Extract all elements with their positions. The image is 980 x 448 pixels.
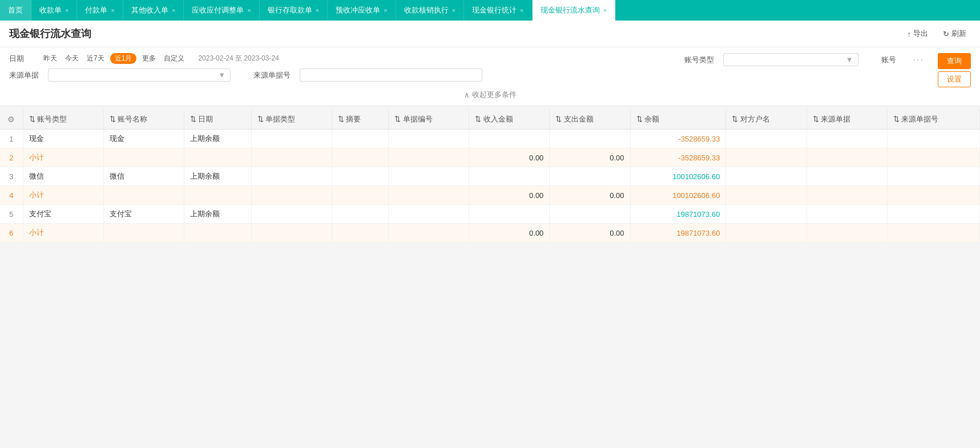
collapse-filter-button[interactable]: ∧ 收起更多条件 <box>9 90 971 100</box>
col-source-doc-no[interactable]: ⇅ 来源单据号 <box>887 110 979 130</box>
header-actions: ↑ 导出 ↻ 刷新 <box>903 26 971 41</box>
cell-balance: -3528659.33 <box>630 148 726 167</box>
cell-counterpart <box>726 148 806 167</box>
account-more-icon[interactable]: ··· <box>913 55 924 65</box>
col-balance[interactable]: ⇅ 余额 <box>630 110 726 130</box>
source-doc-no-input[interactable] <box>300 68 482 82</box>
date-shortcuts: 昨天 今天 近7天 近1月 更多 自定义 <box>41 53 187 64</box>
nav-home[interactable]: 首页 <box>0 0 31 21</box>
close-icon[interactable]: × <box>452 7 455 14</box>
cell-doc-type <box>251 205 332 224</box>
nav-cash-bank-flow[interactable]: 现金银行流水查询 × <box>533 0 615 21</box>
cell-source-doc <box>806 148 887 167</box>
cell-expense <box>550 167 630 186</box>
page-header: 现金银行流水查询 ↑ 导出 ↻ 刷新 <box>0 21 980 47</box>
cell-date <box>184 148 251 167</box>
date-btn-today[interactable]: 今天 <box>63 53 81 64</box>
account-type-select[interactable]: ▼ <box>723 53 858 66</box>
nav-prepay-offset[interactable]: 预收冲应收单 × <box>328 0 396 21</box>
account-label: 账号 <box>881 55 904 65</box>
close-icon[interactable]: × <box>384 7 387 14</box>
account-type-label: 账号类型 <box>684 55 714 65</box>
nav-payment[interactable]: 付款单 × <box>77 0 123 21</box>
date-btn-7days[interactable]: 近7天 <box>84 53 107 64</box>
cell-source-doc-no <box>887 205 979 224</box>
cell-doc-no <box>388 167 469 186</box>
cell-source-doc-no <box>887 130 979 148</box>
cell-balance: -3528659.33 <box>630 130 726 148</box>
query-button[interactable]: 查询 <box>938 53 971 69</box>
settings-icon[interactable]: ⚙ <box>7 115 15 124</box>
cell-account-type: 小计 <box>23 224 103 243</box>
col-counterpart[interactable]: ⇅ 对方户名 <box>726 110 806 130</box>
col-date[interactable]: ⇅ 日期 <box>184 110 251 130</box>
nav-receipt-exec[interactable]: 收款核销执行 × <box>396 0 464 21</box>
cell-index: 2 <box>0 148 23 167</box>
col-account-type[interactable]: ⇅ 账号类型 <box>23 110 103 130</box>
close-icon[interactable]: × <box>520 7 523 14</box>
source-doc-select[interactable]: ▼ <box>48 68 231 82</box>
close-icon[interactable]: × <box>111 7 114 14</box>
close-icon[interactable]: × <box>603 7 607 14</box>
cell-income <box>469 205 550 224</box>
table-row: 2小计0.000.00-3528659.33 <box>0 148 980 167</box>
close-icon[interactable]: × <box>172 7 175 14</box>
cell-date: 上期余额 <box>184 205 251 224</box>
cell-doc-no <box>388 224 469 243</box>
cell-counterpart <box>726 130 806 148</box>
nav-other-income[interactable]: 其他收入单 × <box>123 0 184 21</box>
col-settings[interactable]: ⚙ <box>0 110 23 130</box>
col-expense[interactable]: ⇅ 支出金额 <box>550 110 630 130</box>
col-income[interactable]: ⇅ 收入金额 <box>469 110 550 130</box>
cell-account-name: 微信 <box>103 167 184 186</box>
cell-balance: 19871073.60 <box>630 205 726 224</box>
chevron-down-icon: ▼ <box>218 71 225 79</box>
cell-doc-type <box>251 224 332 243</box>
cell-source-doc-no <box>887 167 979 186</box>
close-icon[interactable]: × <box>247 7 251 14</box>
cell-index: 4 <box>0 186 23 205</box>
nav-bank-deposit[interactable]: 银行存取款单 × <box>260 0 328 21</box>
nav-cash-bank-stats[interactable]: 现金银行统计 × <box>464 0 532 21</box>
cell-summary <box>332 205 388 224</box>
date-btn-custom[interactable]: 自定义 <box>162 53 187 64</box>
close-icon[interactable]: × <box>316 7 319 14</box>
col-doc-no[interactable]: ⇅ 单据编号 <box>388 110 469 130</box>
table-row: 3微信微信上期余额100102606.60 <box>0 167 980 186</box>
cell-source-doc-no <box>887 148 979 167</box>
col-doc-type[interactable]: ⇅ 单据类型 <box>251 110 332 130</box>
chevron-up-icon: ∧ <box>464 91 470 99</box>
cell-source-doc <box>806 130 887 148</box>
export-button[interactable]: ↑ 导出 <box>903 26 933 41</box>
setting-button[interactable]: 设置 <box>938 71 971 87</box>
cell-index: 1 <box>0 130 23 148</box>
cell-income: 0.00 <box>469 148 550 167</box>
col-account-name[interactable]: ⇅ 账号名称 <box>103 110 184 130</box>
cell-source-doc <box>806 186 887 205</box>
data-table-container: ⚙ ⇅ 账号类型 ⇅ 账号名称 ⇅ 日期 ⇅ 单据类型 ⇅ 摘要 <box>0 110 980 243</box>
cell-income: 0.00 <box>469 224 550 243</box>
filter-area: 日期 昨天 今天 近7天 近1月 更多 自定义 2023-02-24 至 202… <box>0 47 980 106</box>
cell-doc-type <box>251 167 332 186</box>
cell-expense: 0.00 <box>550 148 630 167</box>
date-btn-1month[interactable]: 近1月 <box>110 53 137 64</box>
nav-receipt[interactable]: 收款单 × <box>31 0 77 21</box>
cell-date: 上期余额 <box>184 167 251 186</box>
cell-expense <box>550 205 630 224</box>
cell-doc-no <box>388 148 469 167</box>
date-btn-yesterday[interactable]: 昨天 <box>41 53 59 64</box>
col-source-doc[interactable]: ⇅ 来源单据 <box>806 110 887 130</box>
col-summary[interactable]: ⇅ 摘要 <box>332 110 388 130</box>
cell-doc-no <box>388 205 469 224</box>
table-row: 5支付宝支付宝上期余额19871073.60 <box>0 205 980 224</box>
cell-balance: 100102606.60 <box>630 167 726 186</box>
table-row: 4小计0.000.00100102606.60 <box>0 186 980 205</box>
refresh-button[interactable]: ↻ 刷新 <box>938 26 971 41</box>
date-btn-more[interactable]: 更多 <box>140 53 158 64</box>
nav-ar-ap-adjust[interactable]: 应收应付调整单 × <box>184 0 259 21</box>
cell-summary <box>332 148 388 167</box>
cell-income <box>469 167 550 186</box>
cell-index: 6 <box>0 224 23 243</box>
close-icon[interactable]: × <box>65 7 68 14</box>
date-label: 日期 <box>9 54 32 64</box>
